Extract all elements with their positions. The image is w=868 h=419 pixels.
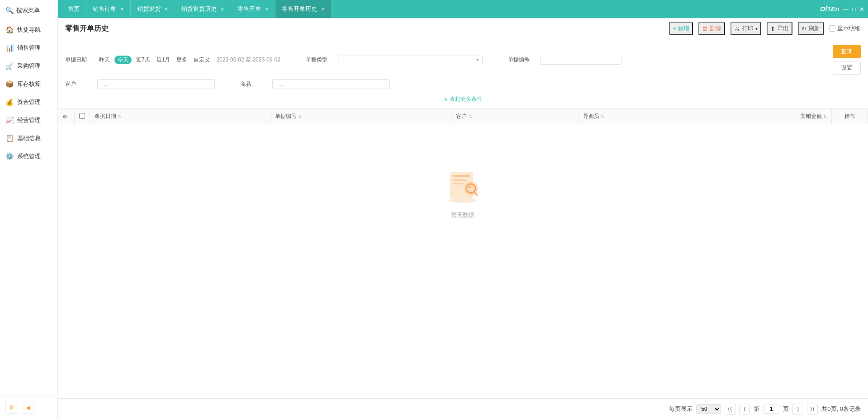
sidebar-item-purchase-mgmt[interactable]: 🛒 采购管理 [0,57,57,75]
collapse-more-btn[interactable]: ∧ 收起更多条件 [65,94,861,105]
refresh-icon: ↻ [802,25,806,32]
tab-retail-open-history-close[interactable]: ✕ [321,6,325,12]
sort-date-icon[interactable]: ⇅ [118,114,121,119]
collapse-sidebar-button[interactable]: ◀ [22,401,34,414]
add-button[interactable]: + 新增 [669,22,693,35]
customer-select[interactable]: … [97,79,215,89]
th-settings[interactable]: ⚙ [58,109,74,124]
page-size-select[interactable]: 50 10 20 100 [696,404,721,414]
brand-label: OfTEn [820,5,839,13]
sidebar-item-basic-info[interactable]: 📋 基础信息 [0,129,57,147]
print-label: 打印 [742,24,754,33]
doc-type-label: 单据类型 [306,56,331,64]
tab-sales-return[interactable]: 销货退货 ✕ [131,0,175,18]
select-all-checkbox[interactable] [79,113,85,119]
last-page-button[interactable]: ⟩⟩ [807,404,818,414]
th-customer-label: 客户 [456,113,467,119]
print-arrow-icon: ▾ [755,26,758,31]
shortcut-more[interactable]: 更多 [175,56,189,64]
content: 零售开单历史 + 新增 🗑 删除 🖨 打印 ▾ ⬆ 导出 ↻ 刷新 [58,18,868,419]
th-amount[interactable]: 实销金额 ⇅ [732,109,832,124]
doc-type-select[interactable]: ▾ [338,56,483,64]
main-area: 首页 销售订单 ✕ 销货退货 ✕ 销货退货历史 ✕ 零售开单 ✕ 零售开单历史 … [58,0,868,419]
sidebar-bottom: ⚙ ◀ [0,395,57,419]
sidebar-item-operations[interactable]: 📈 经营管理 [0,111,57,129]
sort-doc-no-icon[interactable]: ⇅ [299,114,302,119]
next-page-button[interactable]: ⟩ [792,404,803,414]
first-page-button[interactable]: ⟨⟨ [725,404,735,414]
data-table: ⚙ 单据日期 ⇅ 单据编号 ⇅ [58,109,868,255]
show-detail-checkbox[interactable] [829,25,835,32]
shortcut-today[interactable]: 今天 [114,56,132,64]
th-doc-no[interactable]: 单据编号 ⇅ [270,109,451,124]
shortcut-custom[interactable]: 自定义 [192,56,212,64]
table-body: 暂无数据 [58,124,868,256]
chevron-down-icon: ▾ [476,57,479,62]
sort-amount-icon[interactable]: ⇅ [823,114,827,119]
window-close[interactable]: ✕ [859,6,864,13]
sort-customer-icon[interactable]: ⇅ [469,114,472,119]
th-checkbox[interactable] [74,109,90,124]
print-button[interactable]: 🖨 打印 ▾ [730,22,761,35]
date-range-display: 2023-06-02 至 2023-06-02 [216,56,280,64]
sidebar-item-label: 库存核算 [17,80,41,88]
sidebar-item-finance[interactable]: 💰 资金管理 [0,93,57,111]
shortcut-yesterday[interactable]: 昨天 [97,56,112,64]
page-number-input[interactable] [763,405,779,414]
sidebar-item-label: 采购管理 [17,62,41,70]
tab-retail-open[interactable]: 零售开单 ✕ [231,0,275,18]
sort-salesperson-icon[interactable]: ⇅ [601,114,604,119]
tab-sales-order[interactable]: 销售订单 ✕ [86,0,131,18]
page-size-label: 每页显示 [669,405,693,413]
doc-no-input[interactable] [540,55,621,65]
setting-button[interactable]: 设置 [833,61,861,75]
th-date[interactable]: 单据日期 ⇅ [90,109,270,124]
customer-label: 客户 [65,80,90,88]
tab-sales-return-history-label: 销货退货历史 [181,5,217,13]
tab-retail-open-label: 零售开单 [237,5,261,13]
goods-ellipsis: … [278,81,384,87]
tab-home[interactable]: 首页 [62,0,86,18]
tab-retail-open-history[interactable]: 零售开单历史 ✕ [275,0,332,18]
goods-select[interactable]: … [272,79,390,89]
collapse-more-label: 收起更多条件 [450,95,482,103]
th-action-label: 操作 [844,113,855,119]
settings-bottom-button[interactable]: ⚙ [5,401,18,414]
page-title: 零售开单历史 [65,24,109,33]
sidebar-item-inventory[interactable]: 📦 库存核算 [0,75,57,93]
table-settings-icon[interactable]: ⚙ [62,113,67,120]
svg-rect-3 [453,179,466,181]
sidebar-item-sales-mgmt[interactable]: 📊 销售管理 [0,39,57,57]
th-salesperson[interactable]: 导购员 ⇅ [578,109,732,124]
th-customer[interactable]: 客户 ⇅ [451,109,578,124]
svg-rect-2 [453,175,470,177]
sidebar-item-quick-nav[interactable]: 🏠 快捷导航 [0,21,57,39]
prev-page-button[interactable]: ⟨ [739,404,750,414]
shortcut-7days[interactable]: 近7天 [134,56,152,64]
window-maximize[interactable]: □ [852,6,856,13]
query-button[interactable]: 查询 [833,45,861,58]
print-icon: 🖨 [734,25,740,32]
empty-state: 暂无数据 [58,124,868,255]
tab-sales-return-history[interactable]: 销货退货历史 ✕ [175,0,231,18]
tab-retail-open-close[interactable]: ✕ [265,6,269,12]
export-button[interactable]: ⬆ 导出 [767,22,792,35]
empty-illustration [440,160,485,206]
empty-svg-icon [440,160,485,206]
date-label: 单据日期 [65,56,90,64]
tab-sales-order-close[interactable]: ✕ [120,6,124,12]
sidebar-search[interactable]: 🔍 搜索菜单 [0,0,57,21]
show-detail-toggle[interactable]: 显示明细 [829,24,861,33]
refresh-button[interactable]: ↻ 刷新 [798,22,824,35]
tab-sales-return-close[interactable]: ✕ [164,6,168,12]
sidebar-item-sys-mgmt[interactable]: ⚙️ 系统管理 [0,147,57,165]
empty-row: 暂无数据 [58,124,868,256]
toolbar-actions: + 新增 🗑 删除 🖨 打印 ▾ ⬆ 导出 ↻ 刷新 显示明细 [669,22,861,35]
delete-button[interactable]: 🗑 删除 [698,22,725,35]
shortcut-1month[interactable]: 近1月 [155,56,172,64]
page-unit: 页 [783,405,789,413]
svg-rect-4 [453,183,464,184]
window-minimize[interactable]: — [843,6,849,13]
empty-text: 暂无数据 [451,211,474,219]
tab-sales-return-history-close[interactable]: ✕ [220,6,224,12]
